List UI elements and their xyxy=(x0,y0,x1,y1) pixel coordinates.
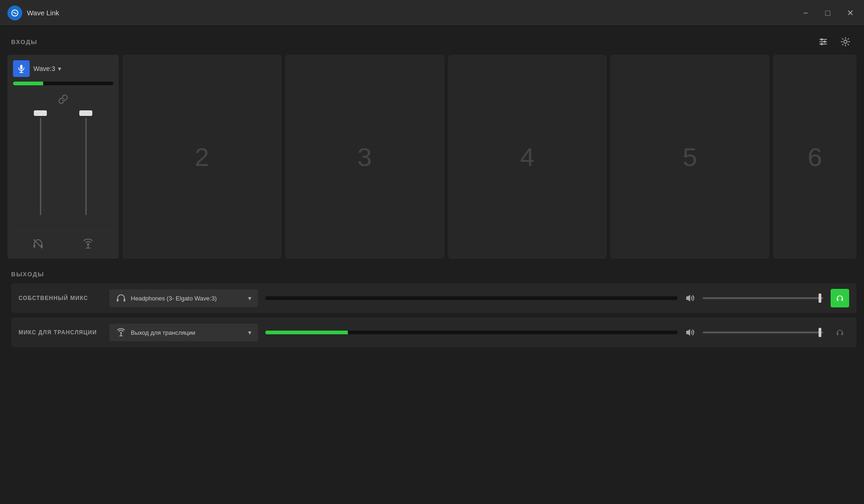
output-stream-mix: МИКС ДЛЯ ТРАНСЛЯЦИИ Выход для трансляции… xyxy=(11,318,857,347)
channel-1-device-select[interactable]: Wave:3 ▾ xyxy=(33,65,113,72)
inputs-actions xyxy=(816,34,853,49)
output-own-mix-label: СОБСТВЕННЫЙ МИКС xyxy=(19,295,102,301)
inputs-section-header: ВХОДЫ xyxy=(0,26,864,55)
fader-left[interactable] xyxy=(34,110,47,215)
channel-1-top: Wave:3 ▾ xyxy=(13,60,113,77)
output-stream-mix-meter-fill-dark xyxy=(348,331,678,334)
outputs-title: ВЫХОДЫ xyxy=(11,266,857,278)
output-stream-mix-device-select[interactable]: Выход для трансляции ▾ xyxy=(109,324,258,341)
channel-5: 5 xyxy=(610,55,769,259)
svg-rect-17 xyxy=(124,299,126,302)
svg-rect-8 xyxy=(20,65,23,70)
output-own-mix-slider-area xyxy=(703,297,823,299)
svg-marker-18 xyxy=(686,295,690,302)
svg-point-5 xyxy=(824,41,826,43)
output-stream-mix-dropdown-arrow: ▾ xyxy=(248,329,251,336)
output-stream-mix-meter-fill-green xyxy=(265,331,348,334)
output-own-mix-monitor-button[interactable] xyxy=(831,289,849,307)
output-stream-mix-slider[interactable] xyxy=(703,332,823,333)
channel-1-faders xyxy=(13,110,113,225)
output-stream-mix-label: МИКС ДЛЯ ТРАНСЛЯЦИИ xyxy=(19,329,102,336)
svg-point-4 xyxy=(821,38,823,41)
output-own-mix-meter-fill xyxy=(265,296,678,300)
fader-right[interactable] xyxy=(79,110,92,215)
channel-3: 3 xyxy=(285,55,444,259)
maximize-button[interactable]: □ xyxy=(821,6,834,19)
channel-1-volume-bar xyxy=(13,82,113,85)
channel-2: 2 xyxy=(122,55,282,259)
broadcast-icon xyxy=(116,327,126,338)
fader-left-track xyxy=(40,118,41,215)
output-stream-mix-device-name: Выход для трансляции xyxy=(131,329,243,336)
channel-6-number: 6 xyxy=(807,142,822,172)
channel-1-volume-fill xyxy=(13,82,43,85)
channel-1-link-icon xyxy=(13,94,113,105)
app-logo xyxy=(7,6,22,20)
output-own-mix-device-name: Headphones (3- Elgato Wave:3) xyxy=(131,295,243,302)
output-stream-mix-meter-area xyxy=(265,331,678,334)
output-own-mix: СОБСТВЕННЫЙ МИКС Headphones (3- Elgato W… xyxy=(11,283,857,313)
channel-3-number: 3 xyxy=(358,142,372,172)
svg-point-7 xyxy=(844,40,847,44)
title-bar: Wave Link − □ ✕ xyxy=(0,0,864,26)
output-own-mix-slider-thumb[interactable] xyxy=(819,293,821,303)
app-title: Wave Link xyxy=(27,9,799,17)
minimize-button[interactable]: − xyxy=(799,6,812,19)
settings-button[interactable] xyxy=(838,34,853,49)
outputs-section: ВЫХОДЫ СОБСТВЕННЫЙ МИКС Headphones (3- E… xyxy=(0,266,864,356)
channel-1-dropdown-arrow: ▾ xyxy=(58,65,61,72)
svg-rect-16 xyxy=(117,299,119,302)
output-stream-mix-monitor-button[interactable] xyxy=(831,323,849,342)
channel-1-volume-dark xyxy=(43,82,113,85)
channel-6: 6 xyxy=(773,55,857,259)
inputs-title: ВХОДЫ xyxy=(11,38,38,45)
channel-4-number: 4 xyxy=(520,142,534,172)
close-button[interactable]: ✕ xyxy=(844,6,857,19)
channel-4: 4 xyxy=(448,55,607,259)
fader-right-track xyxy=(85,118,87,215)
svg-rect-11 xyxy=(33,244,35,248)
headphones-icon xyxy=(116,293,126,303)
channel-1-broadcast-button[interactable] xyxy=(79,235,97,253)
channel-1-icon-button[interactable] xyxy=(13,60,30,77)
output-own-mix-dropdown-arrow: ▾ xyxy=(248,294,251,302)
channel-2-number: 2 xyxy=(195,142,209,172)
fader-left-thumb[interactable] xyxy=(34,110,47,116)
output-stream-mix-meter xyxy=(265,331,678,334)
channel-5-number: 5 xyxy=(683,142,697,172)
output-own-mix-volume-button[interactable] xyxy=(685,293,695,303)
channel-1: Wave:3 ▾ xyxy=(7,55,119,259)
svg-marker-21 xyxy=(686,329,690,336)
channel-1-device-name: Wave:3 xyxy=(33,65,55,72)
output-stream-mix-slider-area xyxy=(703,332,823,333)
channel-1-bottom-icons xyxy=(13,230,113,253)
fader-right-thumb[interactable] xyxy=(79,110,92,116)
window-controls: − □ ✕ xyxy=(799,6,857,19)
svg-point-6 xyxy=(821,43,823,45)
main-content: ВХОДЫ xyxy=(0,26,864,504)
filter-button[interactable] xyxy=(816,34,831,49)
channel-1-headphone-button[interactable] xyxy=(29,235,47,253)
output-own-mix-meter xyxy=(265,296,678,300)
output-own-mix-device-select[interactable]: Headphones (3- Elgato Wave:3) ▾ xyxy=(109,289,258,307)
output-stream-mix-volume-button[interactable] xyxy=(685,327,695,338)
inputs-area: Wave:3 ▾ xyxy=(0,55,864,266)
output-stream-mix-slider-thumb[interactable] xyxy=(819,328,821,337)
output-own-mix-slider[interactable] xyxy=(703,297,823,299)
output-own-mix-meter-area xyxy=(265,296,678,300)
